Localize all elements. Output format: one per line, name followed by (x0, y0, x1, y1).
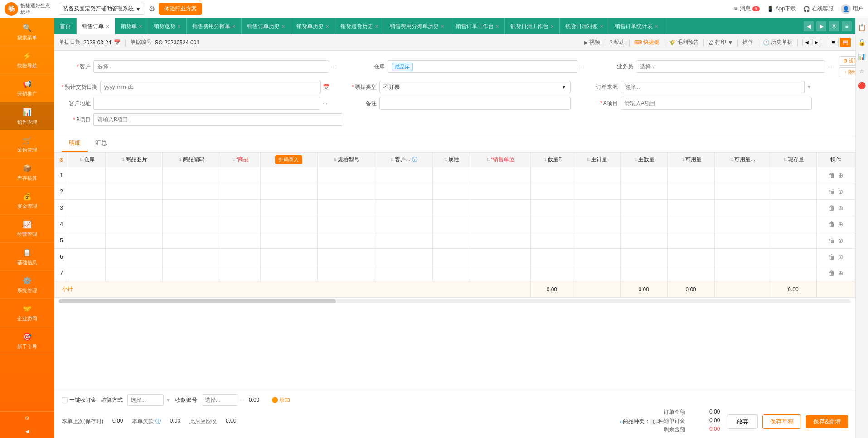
row-goods[interactable] (219, 265, 261, 281)
row-goods[interactable] (219, 183, 261, 200)
tab-cash-reconcile[interactable]: 钱货日清对账 ✕ (560, 18, 609, 34)
row-attr[interactable] (432, 232, 470, 249)
table-scrollbar[interactable] (54, 298, 855, 305)
add-payment-btn[interactable]: 🟠 添加 (272, 396, 290, 404)
right-panel-icon-1[interactable]: 📋 (857, 23, 867, 33)
address-dots[interactable]: ··· (320, 100, 330, 107)
close-icon[interactable]: ✕ (232, 24, 236, 29)
row-qty2[interactable] (530, 232, 573, 249)
right-panel-icon-4[interactable]: ☆ (857, 66, 867, 76)
settle-dropdown[interactable]: ▼ (165, 397, 171, 403)
row-code[interactable] (162, 167, 219, 183)
copy-row-btn[interactable]: ⊕ (837, 252, 844, 261)
row-warehouse[interactable] (68, 183, 106, 200)
copy-row-btn[interactable]: ⊕ (837, 203, 844, 212)
tab-goods-history[interactable]: 销货单历史 ✕ (291, 18, 335, 34)
row-warehouse[interactable] (68, 167, 106, 183)
tab-cash-workbench[interactable]: 钱货日清工作台 ✕ (505, 18, 560, 34)
sidebar-collapse-btn[interactable]: ◀ (0, 425, 54, 438)
tab-return-history[interactable]: 销货退货历史 ✕ (335, 18, 384, 34)
save-draft-btn[interactable]: 保存草稿 (762, 414, 801, 429)
close-icon[interactable]: ✕ (281, 24, 285, 29)
close-icon[interactable]: ✕ (375, 24, 378, 29)
row-main-qty[interactable] (620, 232, 667, 249)
delete-row-btn[interactable]: 🗑 (828, 203, 836, 212)
order-source-input[interactable] (621, 81, 805, 93)
row-qty2[interactable] (530, 183, 573, 200)
tab-next-btn[interactable]: ▶ (816, 21, 826, 31)
calendar-small-icon[interactable]: 📅 (114, 39, 121, 46)
sidebar-item-search[interactable]: 🔍 搜索菜单 (0, 18, 54, 46)
settings-btn[interactable]: ⚙ 设置 (839, 56, 855, 66)
user-btn[interactable]: 👤 用户 (841, 4, 863, 14)
delete-row-btn[interactable]: 🗑 (828, 252, 836, 261)
row-unit[interactable] (470, 200, 530, 216)
shortcut-btn[interactable]: ⌨ 快捷键 (634, 39, 659, 46)
print-btn[interactable]: 🖨 打印 ▼ (708, 39, 733, 46)
row-customer-code[interactable] (374, 183, 432, 200)
a-project-input[interactable] (621, 97, 812, 110)
row-unit[interactable] (470, 167, 530, 183)
salesperson-input[interactable] (636, 60, 825, 73)
form-view-btn[interactable]: ▤ (840, 38, 851, 47)
row-qty2[interactable] (530, 249, 573, 265)
help-btn[interactable]: ? 帮助 (610, 39, 625, 46)
row-spec[interactable] (317, 183, 374, 200)
tab-prev-btn[interactable]: ◀ (804, 21, 814, 31)
row-warehouse[interactable] (68, 265, 106, 281)
sidebar-item-marketing[interactable]: 📢 营销推广 (0, 74, 54, 102)
row-code[interactable] (162, 249, 219, 265)
sidebar-item-purchase[interactable]: 🛒 采购管理 (0, 130, 54, 159)
sidebar-item-guide[interactable]: 🎯 新手引导 (0, 327, 54, 355)
scrollbar-track[interactable] (59, 299, 851, 303)
row-main-qty[interactable] (620, 183, 667, 200)
sidebar-item-quick[interactable]: ⚡ 快捷导航 (0, 46, 54, 74)
tab-menu-btn[interactable]: ≡ (842, 21, 852, 31)
row-customer-code[interactable] (374, 167, 432, 183)
close-icon[interactable]: ✕ (106, 24, 109, 29)
row-unit[interactable] (470, 249, 530, 265)
tab-sales-history[interactable]: 销售订单历史 ✕ (242, 18, 291, 34)
attachment-btn[interactable]: + 附物 (839, 67, 855, 77)
salesperson-dots[interactable]: ··· (825, 63, 834, 70)
row-spec[interactable] (317, 249, 374, 265)
tab-detail[interactable]: 明细 (62, 135, 88, 152)
th-settings[interactable]: ⚙ (55, 153, 68, 167)
row-qty2[interactable] (530, 200, 573, 216)
tab-summary[interactable]: 汇总 (88, 135, 114, 152)
online-service-btn[interactable]: 🎧 在线客服 (803, 5, 834, 13)
row-spec[interactable] (317, 216, 374, 232)
row-qty2[interactable] (530, 216, 573, 232)
row-main-qty[interactable] (620, 200, 667, 216)
row-customer-code[interactable] (374, 249, 432, 265)
sidebar-item-system[interactable]: ⚙️ 系统管理 (0, 271, 54, 299)
sidebar-item-inventory[interactable]: 📦 库存核算 (0, 159, 54, 187)
checkbox[interactable] (62, 397, 68, 403)
tab-sales-order[interactable]: 销售订单 ✕ (77, 18, 115, 34)
row-spec[interactable] (317, 167, 374, 183)
row-code[interactable] (162, 216, 219, 232)
row-unit[interactable] (470, 216, 530, 232)
row-attr[interactable] (432, 265, 470, 281)
account-dots[interactable]: ··· (240, 397, 244, 403)
row-attr[interactable] (432, 216, 470, 232)
row-customer-code[interactable] (374, 265, 432, 281)
tab-sales-fee[interactable]: 销售费用分摊单 ✕ (187, 18, 242, 34)
delete-row-btn[interactable]: 🗑 (828, 171, 836, 180)
row-code[interactable] (162, 200, 219, 216)
row-warehouse[interactable] (68, 249, 106, 265)
expected-date-input[interactable] (100, 81, 321, 93)
row-goods[interactable] (219, 216, 261, 232)
tab-home[interactable]: 首页 (54, 18, 77, 34)
row-spec[interactable] (317, 232, 374, 249)
right-panel-icon-2[interactable]: 🔒 (857, 37, 867, 47)
row-attr[interactable] (432, 183, 470, 200)
close-icon[interactable]: ✕ (655, 24, 658, 29)
close-icon[interactable]: ✕ (441, 24, 444, 29)
delete-row-btn[interactable]: 🗑 (828, 236, 836, 245)
account-input[interactable] (202, 394, 238, 406)
remark-input[interactable] (379, 97, 571, 110)
sidebar-settings-btn[interactable]: ⚙ (0, 412, 54, 425)
warehouse-value[interactable]: 成品库 (388, 60, 577, 73)
row-code[interactable] (162, 183, 219, 200)
